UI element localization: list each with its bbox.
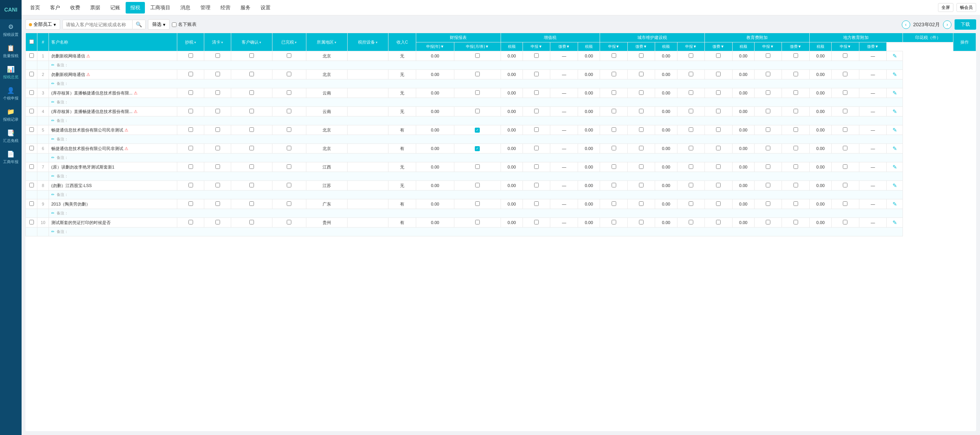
row-zz-shenbao-cell[interactable] — [523, 88, 550, 98]
yh-shenbao-checkbox[interactable] — [843, 164, 847, 169]
row-zz-shenbao-cell[interactable] — [523, 51, 550, 61]
sidebar-item-baoshui-shezhi[interactable]: ⚙ 报税设置 — [0, 19, 22, 40]
row-confirm-cell[interactable] — [231, 107, 272, 116]
cs-shenbao-checkbox[interactable] — [612, 183, 616, 187]
row-yh-shenbao-cell[interactable] — [832, 181, 859, 191]
row-cs-shenbao-cell[interactable] — [600, 70, 627, 79]
search-button[interactable]: 🔍 — [132, 20, 145, 29]
edit-icon[interactable]: ✎ — [893, 71, 897, 78]
paid-checkbox[interactable] — [287, 53, 291, 58]
sidebar-item-gongnian-baoshu[interactable]: 📄 工商年报 — [0, 147, 22, 168]
cs-jiaofei-checkbox[interactable] — [639, 127, 644, 132]
paid-checkbox[interactable] — [287, 127, 291, 132]
row-paid-cell[interactable] — [272, 107, 306, 116]
edit-icon[interactable]: ✎ — [893, 53, 897, 59]
row-zz-shenbao-cell[interactable] — [523, 181, 550, 191]
row-df-shenbao-cell[interactable] — [754, 88, 782, 98]
zz-shenbao-checkbox[interactable] — [534, 53, 539, 58]
edit-icon[interactable]: ✎ — [893, 182, 897, 189]
row-select-checkbox[interactable] — [29, 201, 34, 206]
row-yh-shenbao-cell[interactable] — [832, 144, 859, 153]
row-jy-shenbao-cell[interactable] — [677, 218, 704, 228]
sidebar-item-baoshui-jilu[interactable]: 📁 报税记录 — [0, 104, 22, 125]
edit-icon[interactable]: ✎ — [893, 108, 897, 115]
row-df-jiaofei-cell[interactable] — [782, 144, 809, 153]
row-df-jiaofei-cell[interactable] — [782, 125, 809, 135]
note-content-cell[interactable]: ✏ 备注： — [49, 98, 903, 107]
row-checkbox[interactable] — [475, 53, 480, 58]
row-action-cell[interactable]: ✎ — [887, 218, 903, 228]
jy-shenbao-checkbox[interactable] — [689, 53, 693, 58]
df-shenbao-checkbox[interactable] — [766, 146, 770, 150]
row-cs-jiaofei-cell[interactable] — [627, 107, 655, 116]
paid-checkbox[interactable] — [287, 146, 291, 150]
cs-jiaofei-checkbox[interactable] — [639, 183, 644, 187]
row-confirm-cell[interactable] — [231, 70, 272, 79]
paid-checkbox[interactable] — [287, 109, 291, 113]
yh-shenbao-checkbox[interactable] — [843, 220, 847, 224]
row-select-cell[interactable] — [26, 144, 37, 153]
confirm-checkbox[interactable] — [249, 72, 254, 76]
df-jiaofei-checkbox[interactable] — [793, 183, 798, 187]
row-caibao-month-cell[interactable] — [454, 218, 501, 228]
row-checkbox[interactable] — [475, 220, 480, 224]
row-jy-jiaofei-cell[interactable] — [705, 199, 732, 209]
row-df-jiaofei-cell[interactable] — [782, 199, 809, 209]
jy-jiaofei-checkbox[interactable] — [716, 127, 721, 132]
note-content-cell[interactable]: ✏ 备注： — [49, 135, 903, 144]
edit-icon[interactable]: ✎ — [893, 164, 897, 170]
row-df-jiaofei-cell[interactable] — [782, 162, 809, 172]
paid-checkbox[interactable] — [287, 183, 291, 187]
confirm-checkbox[interactable] — [249, 53, 254, 58]
df-jiaofei-checkbox[interactable] — [793, 220, 798, 224]
row-confirm-cell[interactable] — [231, 162, 272, 172]
row-confirm-cell[interactable] — [231, 199, 272, 209]
row-jy-shenbao-cell[interactable] — [677, 51, 704, 61]
row-zz-shenbao-cell[interactable] — [523, 218, 550, 228]
cs-jiaofei-checkbox[interactable] — [639, 220, 644, 224]
row-chaoshui-cell[interactable] — [177, 162, 204, 172]
zz-shenbao-checkbox[interactable] — [534, 146, 539, 150]
row-cs-jiaofei-cell[interactable] — [627, 181, 655, 191]
row-cs-shenbao-cell[interactable] — [600, 107, 627, 116]
row-select-checkbox[interactable] — [29, 146, 34, 150]
row-confirm-cell[interactable] — [231, 144, 272, 153]
qingka-checkbox[interactable] — [215, 127, 220, 132]
df-jiaofei-checkbox[interactable] — [793, 146, 798, 150]
row-cs-jiaofei-cell[interactable] — [627, 125, 655, 135]
row-paid-cell[interactable] — [272, 218, 306, 228]
row-chaoshui-cell[interactable] — [177, 125, 204, 135]
row-confirm-cell[interactable] — [231, 88, 272, 98]
row-cs-shenbao-cell[interactable] — [600, 199, 627, 209]
row-cs-shenbao-cell[interactable] — [600, 51, 627, 61]
sidebar-item-geren-shenbao[interactable]: 👤 个税申报 — [0, 83, 22, 104]
paid-checkbox[interactable] — [287, 72, 291, 76]
qingka-checkbox[interactable] — [215, 72, 220, 76]
edit-icon[interactable]: ✎ — [893, 127, 897, 133]
note-content-cell[interactable]: ✏ 备注： — [49, 228, 903, 236]
nav-revenue[interactable]: 收费 — [66, 2, 85, 13]
paid-checkbox[interactable] — [287, 201, 291, 206]
jy-jiaofei-checkbox[interactable] — [716, 164, 721, 169]
edit-icon[interactable]: ✎ — [893, 219, 897, 226]
cs-shenbao-checkbox[interactable] — [612, 109, 616, 113]
search-input[interactable] — [63, 20, 132, 29]
row-chaoshui-cell[interactable] — [177, 51, 204, 61]
row-chaoshui-cell[interactable] — [177, 107, 204, 116]
chaoshui-checkbox[interactable] — [188, 164, 193, 169]
df-jiaofei-checkbox[interactable] — [793, 201, 798, 206]
row-df-jiaofei-cell[interactable] — [782, 88, 809, 98]
confirm-checkbox[interactable] — [249, 109, 254, 113]
sidebar-item-huizong-mianshu[interactable]: 📑 汇总免税 — [0, 125, 22, 147]
fullscreen-button[interactable]: 全屏 — [938, 3, 953, 12]
row-yh-shenbao-cell[interactable] — [832, 125, 859, 135]
row-caibao-month-cell[interactable]: ✓ — [454, 125, 501, 135]
row-cs-jiaofei-cell[interactable] — [627, 199, 655, 209]
jy-shenbao-checkbox[interactable] — [689, 127, 693, 132]
cs-shenbao-checkbox[interactable] — [612, 164, 616, 169]
nav-taxfiling[interactable]: 报税 — [126, 2, 145, 13]
paid-checkbox[interactable] — [287, 90, 291, 95]
row-df-shenbao-cell[interactable] — [754, 199, 782, 209]
row-df-jiaofei-cell[interactable] — [782, 218, 809, 228]
row-df-shenbao-cell[interactable] — [754, 107, 782, 116]
